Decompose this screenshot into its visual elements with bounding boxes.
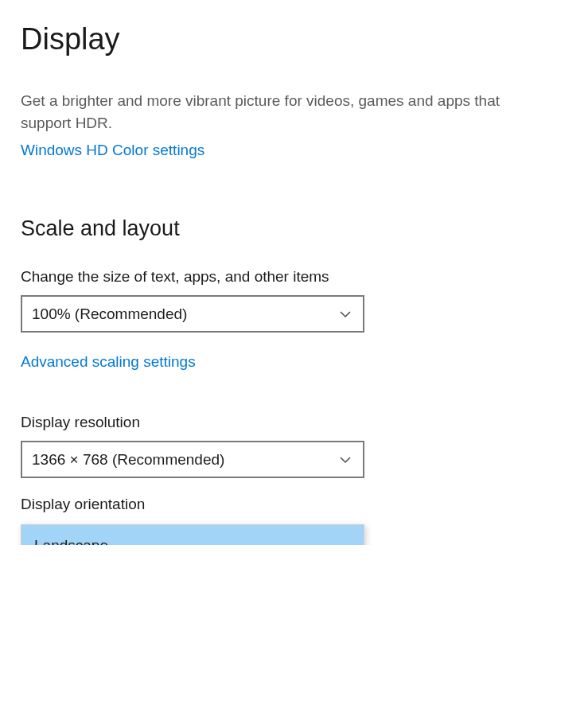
page-title: Display: [21, 22, 567, 56]
orientation-option-landscape[interactable]: Landscape: [21, 525, 364, 545]
chevron-down-icon: [339, 453, 352, 466]
hd-color-settings-link[interactable]: Windows HD Color settings: [21, 142, 204, 159]
advanced-scaling-link[interactable]: Advanced scaling settings: [21, 353, 196, 371]
scale-layout-header: Scale and layout: [21, 216, 567, 241]
resolution-label: Display resolution: [21, 414, 567, 431]
resolution-dropdown-value: 1366 × 768 (Recommended): [32, 451, 224, 469]
scale-dropdown-value: 100% (Recommended): [32, 305, 187, 323]
hdr-description: Get a brighter and more vibrant picture …: [21, 90, 546, 134]
orientation-label: Display orientation: [21, 496, 567, 513]
orientation-dropdown-list: Landscape Portrait Landscape (flipped) P…: [21, 524, 364, 545]
scale-label: Change the size of text, apps, and other…: [21, 268, 567, 286]
chevron-down-icon: [339, 308, 352, 321]
scale-dropdown[interactable]: 100% (Recommended): [21, 295, 364, 333]
resolution-dropdown[interactable]: 1366 × 768 (Recommended): [21, 441, 364, 478]
